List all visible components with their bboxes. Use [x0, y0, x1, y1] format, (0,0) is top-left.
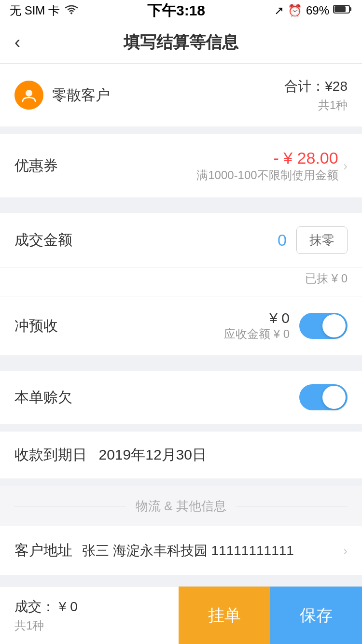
battery-icon	[333, 4, 352, 17]
coupon-discount: - ¥ 28.00	[196, 149, 338, 168]
already-rounded-label: 已抹 ¥ 0	[305, 271, 348, 286]
customer-section: 零散客户 合计：¥28 共1种	[0, 64, 362, 126]
coupon-info: - ¥ 28.00 满1000-100不限制使用金额	[196, 149, 338, 183]
svg-rect-2	[334, 6, 346, 12]
coupon-description: 满1000-100不限制使用金额	[196, 168, 338, 183]
amount-value[interactable]: 0	[278, 231, 287, 250]
transaction-amount-row: 成交金额 0 抹零	[0, 213, 362, 268]
amount-label: 成交金额	[14, 230, 72, 250]
nav-title: 填写结算等信息	[124, 31, 238, 54]
bottom-total-label: 成交：	[14, 599, 55, 614]
coupon-section[interactable]: 优惠券 - ¥ 28.00 满1000-100不限制使用金额 ›	[0, 134, 362, 197]
bottom-total-value: ¥ 0	[59, 599, 78, 614]
customer-left: 零散客户	[14, 81, 110, 110]
section-separator-3	[0, 478, 362, 486]
address-value: 张三 海淀永丰科技园 11111111111	[82, 542, 343, 560]
bottom-info: 成交： ¥ 0 共1种	[0, 598, 179, 633]
content: 零散客户 合计：¥28 共1种 优惠券 - ¥ 28.00 满1000-100不…	[0, 64, 362, 638]
no-sim-label: 无 SIM 卡	[10, 3, 60, 18]
logistics-header: 物流 & 其他信息	[0, 486, 362, 526]
due-date-label: 收款到期日	[14, 447, 87, 462]
address-chevron-icon: ›	[343, 543, 348, 559]
chongyu-value: ¥ 0	[224, 310, 290, 326]
debt-toggle-knob	[322, 386, 346, 409]
svg-point-3	[26, 90, 32, 97]
address-section[interactable]: 客户地址 张三 海淀永丰科技园 11111111111 ›	[0, 526, 362, 575]
location-icon: ↗	[274, 4, 284, 17]
coupon-chevron-icon: ›	[343, 158, 348, 174]
due-date-section: 收款到期日 2019年12月30日	[0, 432, 362, 478]
nav-bar: ‹ 填写结算等信息	[0, 21, 362, 64]
debt-section: 本单赊欠	[0, 371, 362, 424]
coupon-label: 优惠券	[14, 156, 58, 176]
svg-rect-1	[349, 7, 351, 11]
bottom-bar: 成交： ¥ 0 共1种 挂单 保存	[0, 586, 362, 644]
divider-line-right	[236, 506, 348, 506]
debt-toggle[interactable]	[299, 384, 348, 410]
bottom-count: 共1种	[14, 618, 164, 633]
hang-button[interactable]: 挂单	[179, 587, 270, 644]
toggle-knob	[322, 314, 346, 337]
receivable-label: 应收金额 ¥ 0	[224, 326, 290, 342]
section-separator-2	[0, 363, 362, 371]
customer-avatar	[14, 81, 43, 110]
section-separator-1	[0, 205, 362, 213]
status-time: 下午3:18	[147, 1, 205, 21]
chongyu-row: 冲预收 ¥ 0 应收金额 ¥ 0	[0, 296, 362, 355]
address-label: 客户地址	[14, 541, 72, 560]
status-bar: 无 SIM 卡 下午3:18 ↗ ⏰ 69%	[0, 0, 362, 21]
coupon-right: - ¥ 28.00 满1000-100不限制使用金额 ›	[196, 149, 348, 183]
debt-label: 本单赊欠	[14, 388, 72, 407]
amount-input-area: 0 抹零	[278, 226, 348, 254]
status-left: 无 SIM 卡	[10, 3, 78, 18]
due-date-value: 2019年12月30日	[98, 447, 206, 462]
wifi-icon	[65, 4, 78, 17]
battery-label: 69%	[306, 4, 329, 17]
status-right: ↗ ⏰ 69%	[274, 4, 352, 17]
customer-right: 合计：¥28 共1种	[284, 77, 348, 113]
round-off-button[interactable]: 抹零	[296, 226, 348, 254]
chongyu-toggle[interactable]	[299, 313, 348, 339]
chongyu-right: ¥ 0 应收金额 ¥ 0	[224, 310, 348, 342]
alarm-icon: ⏰	[288, 4, 302, 17]
save-button[interactable]: 保存	[270, 587, 362, 644]
transaction-section: 成交金额 0 抹零 已抹 ¥ 0 冲预收 ¥ 0 应收金额 ¥ 0	[0, 213, 362, 355]
customer-name: 零散客户	[52, 85, 110, 105]
logistics-title: 物流 & 其他信息	[136, 498, 226, 515]
already-rounded-row: 已抹 ¥ 0	[0, 268, 362, 296]
back-button[interactable]: ‹	[14, 32, 20, 53]
customer-count: 共1种	[284, 98, 348, 113]
customer-total: 合计：¥28	[284, 77, 348, 96]
bottom-total: 成交： ¥ 0	[14, 598, 164, 616]
chongyu-value-area: ¥ 0 应收金额 ¥ 0	[224, 310, 290, 342]
chongyu-label: 冲预收	[14, 316, 58, 336]
divider-line-left	[14, 506, 126, 506]
